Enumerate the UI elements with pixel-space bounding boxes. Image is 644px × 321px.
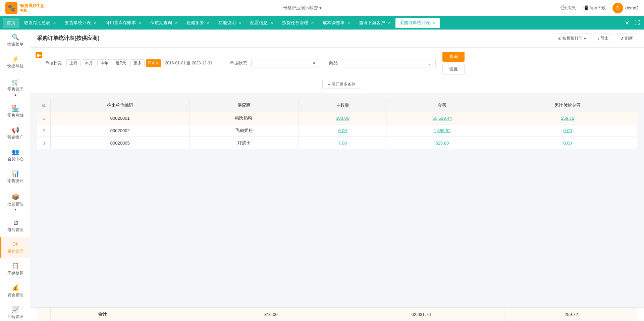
close-icon[interactable]: ✕ (139, 21, 142, 25)
close-icon[interactable]: ✕ (238, 21, 241, 25)
row-code: 00020005 (51, 137, 190, 149)
sidebar-item-operations[interactable]: 📈 经营管理 (0, 302, 30, 321)
row-code: 00020001 (51, 112, 190, 124)
status-dropdown-icon: ▾ (313, 61, 315, 66)
main-content: 采购订单统计表(按供应商) 🖨 按模板打印 ▾ ↓ 导出 ↺ 刷新 ▶ (30, 30, 644, 321)
row-num: 3 (37, 137, 51, 149)
sidebar-item-member[interactable]: 👥 会员中心 (0, 144, 30, 166)
workspace-selector[interactable]: 母婴行业演示账套 ▾ (280, 4, 324, 12)
finance-icon: 💰 (12, 284, 19, 291)
tab-home[interactable]: 首页 (3, 18, 19, 28)
row-num: 2 (37, 124, 51, 137)
sidebar-item-ecommerce[interactable]: 🖥 电商管理 (0, 215, 30, 237)
row-code: 00020002 (51, 124, 190, 137)
query-btns: 查询 设置 (442, 52, 465, 74)
row-paid[interactable]: 259.72 (498, 112, 637, 124)
tab-config[interactable]: 配置信息 ✕ (246, 18, 277, 28)
close-icon[interactable]: ✕ (311, 21, 314, 25)
row-qty[interactable]: 303.00 (299, 112, 386, 124)
sidebar-item-retail[interactable]: 🛒 零售管理 ▲ (0, 74, 30, 101)
sidebar-item-marketing[interactable]: 📢 营销推广 (0, 122, 30, 144)
sidebar-item-wholesale[interactable]: 📦 批发管理 ▼ (0, 189, 30, 215)
date-range-display: 2016-01-01 至 2023-12-31 (165, 60, 212, 66)
message-btn[interactable]: 💬 消息 (560, 5, 576, 11)
search-icon: 🔍 (12, 34, 19, 41)
tab-cost-adjust[interactable]: 成本调整单 ✕ (319, 18, 354, 28)
col-settings: ⚙ (37, 99, 51, 112)
page-header: 采购订单统计表(按供应商) 🖨 按模板打印 ▾ ↓ 导出 ↺ 刷新 (30, 30, 644, 48)
tab-stock-summary[interactable]: 收发存汇总表 ✕ (20, 18, 60, 28)
footer-supplier (154, 308, 205, 321)
query-button[interactable]: 查询 (442, 52, 465, 62)
tab-function-guide[interactable]: 功能说明 ✕ (214, 18, 246, 28)
close-icon[interactable]: ✕ (53, 21, 56, 25)
goods-label: 商品 (329, 60, 338, 66)
shortcut-more[interactable]: 更多 (130, 59, 145, 67)
tab-order-stats[interactable]: 要货单统计表 ✕ (61, 18, 101, 28)
collapse-btn[interactable]: ▶ (36, 52, 42, 58)
goods-input[interactable]: ... (342, 59, 436, 67)
table-settings-icon[interactable]: ⚙ (42, 103, 46, 108)
ecommerce-icon: 🖥 (12, 219, 18, 226)
export-button[interactable]: ↓ 导出 (593, 34, 613, 43)
row-amount[interactable]: 525.80 (386, 137, 498, 149)
print-button[interactable]: 🖨 按模板打印 ▾ (553, 34, 590, 43)
workspace-dropdown-icon: ▾ (319, 5, 322, 10)
table-footer: 合计 316.00 62,631.76 259.72 (30, 307, 644, 321)
wholesale-icon: 📦 (12, 193, 19, 201)
page-title: 采购订单统计表(按供应商) (37, 35, 100, 46)
custom-date-tag[interactable]: 自定义 (146, 59, 161, 67)
refresh-icon: ↺ (620, 36, 624, 41)
shortcut-this-month[interactable]: 本月 (82, 59, 96, 67)
sidebar-item-purchase[interactable]: 🛍 采购管理 (0, 237, 30, 258)
close-icon[interactable]: ✕ (207, 21, 210, 25)
tab-pick-task[interactable]: 拣货任务管理 ✕ (278, 18, 318, 28)
sidebar-item-inventory[interactable]: 📋 库存核算 (0, 258, 30, 280)
tab-invite-downstream[interactable]: 邀请下游客户 ✕ (355, 18, 395, 28)
app-download-btn[interactable]: 📲 App下载 (583, 5, 606, 11)
expand-conditions-btn[interactable]: ▾ 展开更多条件 (322, 80, 361, 89)
shortcut-this-year[interactable]: 本年 (97, 59, 111, 67)
top-right: 💬 消息 📲 App下载 D demo2 (560, 3, 639, 13)
close-window-icon[interactable]: ✕ (624, 18, 631, 28)
col-supplier: 供应商 (190, 99, 299, 112)
close-icon[interactable]: ✕ (94, 21, 97, 25)
sidebar-item-retail-stats[interactable]: 📊 零售统计 (0, 166, 30, 188)
maximize-icon[interactable]: ⛶ (633, 18, 641, 28)
row-qty[interactable]: 7.00 (299, 137, 386, 149)
close-icon[interactable]: ✕ (175, 21, 178, 25)
sidebar-item-search[interactable]: 🔍 搜索菜单 (0, 30, 30, 51)
row-amount[interactable]: 1,586.52 (386, 124, 498, 137)
status-select[interactable]: ▾ (251, 59, 318, 67)
inventory-icon: 📋 (12, 262, 19, 270)
app-download-icon: 📲 (583, 5, 588, 10)
tab-overstock-warning[interactable]: 超储预警 ✕ (182, 18, 214, 28)
close-icon[interactable]: ✕ (433, 21, 436, 25)
footer-paid: 259.72 (505, 308, 637, 321)
row-paid[interactable]: 0.00 (498, 124, 637, 137)
tab-purchase-stats[interactable]: 采购订单统计表 ✕ (395, 18, 440, 28)
table-row: 3 00020005 好孩子 7.00 525.80 0.00 (37, 137, 637, 149)
close-icon[interactable]: ✕ (270, 21, 273, 25)
sidebar-item-finance[interactable]: 💰 资金管理 (0, 280, 30, 302)
row-paid[interactable]: 0.00 (498, 137, 637, 149)
row-supplier: 好孩子 (190, 137, 299, 149)
nav-tabs: 首页 收发存汇总表 ✕ 要货单统计表 ✕ 可用量库存账本 ✕ 保质期查询 ✕ 超… (0, 16, 644, 30)
tab-shelf-life[interactable]: 保质期查询 ✕ (146, 18, 182, 28)
tab-available-inventory[interactable]: 可用量库存账本 ✕ (101, 18, 146, 28)
row-amount[interactable]: 60,519.44 (386, 112, 498, 124)
close-icon[interactable]: ✕ (347, 21, 350, 25)
avatar: D (612, 3, 623, 13)
shortcut-7days[interactable]: 近7天 (113, 59, 129, 67)
settings-button[interactable]: 设置 (442, 64, 465, 74)
retail-shop-icon: 🏪 (12, 105, 19, 112)
sidebar-item-retail-shop[interactable]: 🏪 零售商城 (0, 101, 30, 122)
sidebar-item-quick-nav[interactable]: ⚡ 快捷导航 (0, 51, 30, 73)
row-qty[interactable]: 6.00 (299, 124, 386, 137)
refresh-button[interactable]: ↺ 刷新 (616, 34, 637, 43)
member-icon: 👥 (12, 148, 19, 156)
data-table: ⚙ 往来单位编码 供应商 主数量 金额 累计付款金额 1 00020001 (37, 99, 637, 149)
row-supplier: 惠氏奶粉 (190, 112, 299, 124)
shortcut-last-month[interactable]: 上月 (66, 59, 80, 67)
close-icon[interactable]: ✕ (388, 21, 391, 25)
